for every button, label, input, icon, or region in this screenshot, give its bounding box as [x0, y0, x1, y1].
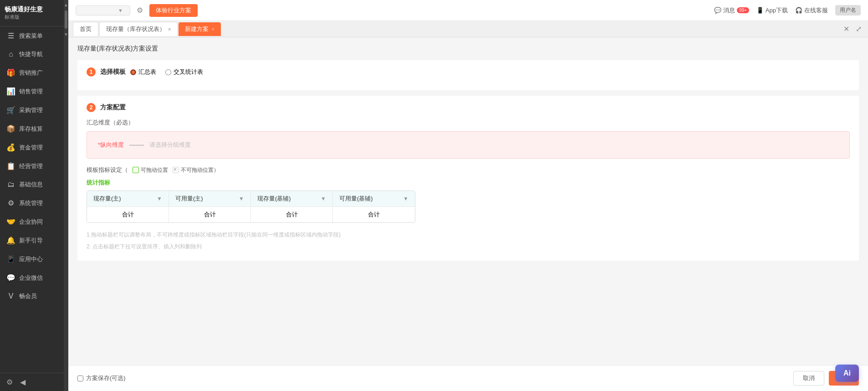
save-checkbox-input[interactable]: [77, 376, 83, 381]
sidebar-nav: ☰搜索菜单⌂快捷导航🎁营销推广📊销售管理🛒采购管理📦库存核算💰资金管理📋经营管理…: [0, 26, 64, 373]
sidebar-item-enterprise[interactable]: 🤝企业协同: [0, 212, 64, 231]
wechat-icon: 💬: [6, 273, 15, 282]
sidebar-item-system[interactable]: ⚙系统管理: [0, 194, 64, 212]
sidebar-label-wechat: 企业微信: [19, 274, 43, 282]
topbar-gear-icon[interactable]: ⚙: [135, 4, 145, 16]
sidebar-label-quick-nav: 快捷导航: [19, 50, 43, 58]
sidebar-item-wechat[interactable]: 💬企业微信: [0, 268, 64, 287]
radio-cross-input[interactable]: [165, 69, 171, 75]
marketing-icon: 🎁: [6, 68, 15, 77]
vertical-dim-label: *纵向维度: [98, 141, 124, 149]
scroll-down-arrow[interactable]: ▼: [64, 31, 68, 38]
header-text-col1: 现存量(主): [93, 195, 121, 203]
tab-new-scheme[interactable]: 新建方案 ×: [179, 22, 220, 36]
sidebar-label-app-center: 应用中心: [19, 255, 43, 263]
header-arrow-col4[interactable]: ▼: [403, 196, 408, 202]
sidebar-item-quick-nav[interactable]: ⌂快捷导航: [0, 45, 64, 63]
header-arrow-col3[interactable]: ▼: [321, 196, 326, 202]
sidebar-item-app-center[interactable]: 📱应用中心: [0, 250, 64, 268]
step2-section: 2 方案配置 汇总维度（必选） *纵向维度 —— 请选择分组维度 模板指标设定（…: [77, 96, 859, 261]
sidebar-item-member[interactable]: V畅会员: [0, 287, 64, 305]
app-download-item[interactable]: 📱 App下载: [756, 6, 788, 15]
customer-service-label: 在线客服: [804, 6, 828, 15]
finance-icon: 💰: [6, 143, 15, 152]
tab-inventory-close[interactable]: ×: [168, 26, 171, 32]
settings-icon[interactable]: ⚙: [6, 378, 13, 386]
maximize-tab-btn[interactable]: ⤢: [854, 24, 863, 34]
sidebar-label-search-menu: 搜索菜单: [19, 32, 43, 40]
radio-summary-label: 汇总表: [138, 68, 156, 76]
collapse-icon[interactable]: ◀: [20, 378, 26, 386]
dim-dash: ——: [129, 141, 144, 149]
message-item[interactable]: 💬 消息 99+: [714, 6, 749, 15]
cancel-button[interactable]: 取消: [793, 371, 824, 386]
trial-btn[interactable]: 体验行业方案: [149, 4, 198, 17]
search-input[interactable]: [80, 7, 116, 14]
table-header-col2[interactable]: 可用量(主)▼: [169, 191, 251, 206]
header-arrow-col1[interactable]: ▼: [157, 196, 162, 202]
sidebar-item-finance[interactable]: 💰资金管理: [0, 138, 64, 157]
operation-icon: 📋: [6, 162, 15, 170]
sidebar-item-marketing[interactable]: 🎁营销推广: [0, 63, 64, 82]
tip2: 2. 点击标题栏下拉可设置排序、插入列和删除列: [87, 242, 850, 252]
table-header-col1[interactable]: 现存量(主)▼: [87, 191, 169, 206]
app-download-label: App下载: [766, 6, 788, 15]
save-checkbox[interactable]: 方案保存(可选): [77, 374, 126, 382]
step1-header: 1 选择模板 汇总表 交叉统计表: [87, 67, 850, 77]
header-arrow-col2[interactable]: ▼: [239, 196, 244, 202]
radio-summary-input[interactable]: [130, 69, 136, 75]
quick-nav-icon: ⌂: [6, 50, 15, 58]
tabs-bar: 首页 现存量（库存状况表） × 新建方案 × ✕ ⤢: [68, 21, 868, 37]
header-text-col3: 现存量(基辅): [257, 195, 291, 203]
sidebar-item-newbie[interactable]: 🔔新手引导: [0, 231, 64, 250]
tab-new-scheme-label: 新建方案: [185, 25, 209, 33]
search-menu-icon: ☰: [6, 31, 15, 40]
scroll-up-arrow[interactable]: ▲: [64, 1, 68, 9]
sidebar-label-marketing: 营销推广: [19, 69, 43, 77]
topbar: ▼ ⚙ 体验行业方案 💬 消息 99+ 📱 App下载 🎧 在线客服 用户名: [68, 0, 868, 21]
tip1: 1.拖动标题栏可以调整布局，不可跨维度或指标区域拖动栏目字段(只能在同一维度或指…: [87, 230, 850, 240]
sidebar-item-inventory[interactable]: 📦库存核算: [0, 119, 64, 138]
sidebar-logo: 畅康通好生意 标准版: [0, 0, 64, 26]
tab-inventory[interactable]: 现存量（库存状况表） ×: [99, 22, 178, 36]
step2-badge: 2: [87, 103, 96, 112]
template-label: 模板指标设定（: [87, 166, 128, 174]
tab-home[interactable]: 首页: [73, 22, 98, 36]
radio-cross-label: 交叉统计表: [174, 68, 203, 76]
app-subtitle: 标准版: [5, 14, 59, 21]
search-dropdown-icon[interactable]: ▼: [118, 8, 123, 13]
dim-placeholder: 请选择分组维度: [149, 141, 191, 149]
sidebar-label-member: 畅会员: [19, 292, 37, 300]
footer-bar: 方案保存(可选) 取消 查询: [68, 365, 868, 391]
sidebar-item-search-menu[interactable]: ☰搜索菜单: [0, 26, 64, 45]
member-icon: V: [6, 292, 15, 300]
topbar-search[interactable]: ▼: [76, 5, 130, 15]
header-text-col2: 可用量(主): [175, 195, 203, 203]
data-cell-col4: 合计: [333, 207, 415, 222]
sidebar-scrollbar[interactable]: ▲ ▼: [64, 0, 68, 391]
stat-indicators-title: 统计指标: [87, 179, 850, 187]
radio-cross[interactable]: 交叉统计表: [165, 68, 203, 76]
scroll-thumb[interactable]: [65, 10, 67, 29]
purchase-icon: 🛒: [6, 106, 15, 114]
drag-box-icon: [133, 167, 139, 173]
table-header-col4[interactable]: 可用量(基辅)▼: [333, 191, 415, 206]
sidebar-item-sales[interactable]: 📊销售管理: [0, 82, 64, 101]
tab-new-scheme-close[interactable]: ×: [211, 26, 214, 32]
table-header-col3[interactable]: 现存量(基辅)▼: [251, 191, 333, 206]
no-drag-text: 不可拖动位置）: [181, 166, 219, 174]
user-avatar[interactable]: 用户名: [835, 5, 861, 15]
sidebar-item-purchase[interactable]: 🛒采购管理: [0, 101, 64, 119]
close-tab-btn[interactable]: ✕: [842, 24, 851, 34]
topbar-right: 💬 消息 99+ 📱 App下载 🎧 在线客服 用户名: [714, 5, 861, 15]
sidebar-item-operation[interactable]: 📋经营管理: [0, 157, 64, 175]
message-label: 消息: [723, 6, 735, 15]
radio-summary[interactable]: 汇总表: [130, 68, 156, 76]
sales-icon: 📊: [6, 87, 15, 96]
customer-service-item[interactable]: 🎧 在线客服: [795, 6, 828, 15]
step1-section: 1 选择模板 汇总表 交叉统计表: [77, 60, 859, 90]
dimension-box[interactable]: *纵向维度 —— 请选择分组维度: [87, 131, 850, 159]
ai-button[interactable]: Ai: [835, 365, 859, 382]
tips-section: 1.拖动标题栏可以调整布局，不可跨维度或指标区域拖动栏目字段(只能在同一维度或指…: [87, 230, 850, 252]
sidebar-item-basic-info[interactable]: 🗂基础信息: [0, 175, 64, 194]
